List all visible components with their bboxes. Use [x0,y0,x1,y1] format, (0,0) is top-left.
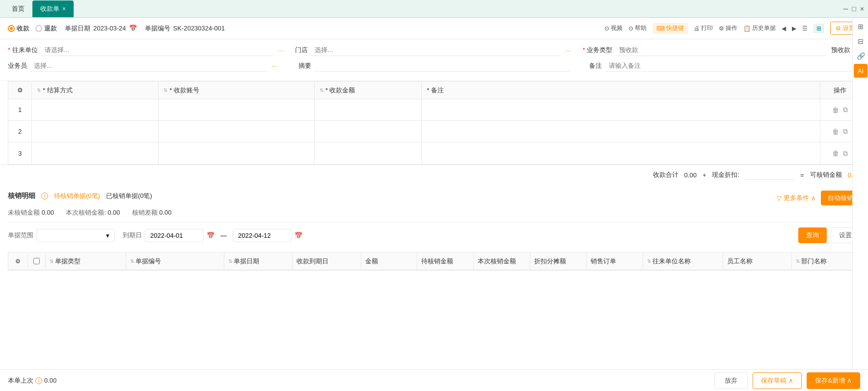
radio-shoukuan-dot [8,25,15,32]
date-calendar-icon[interactable]: 📅 [129,25,137,32]
bottom-right: 放弃 保存草稿 ∧ 保存&新增 ∧ [714,372,860,389]
lth-settings[interactable]: ⚙ [8,254,28,269]
row3-amount[interactable] [315,142,422,164]
grid-view-icon[interactable]: ⊞ [814,24,824,33]
sidebar-ai-icon[interactable]: Ai [854,64,868,78]
draft-chevron-icon: ∧ [788,377,793,384]
print-btn[interactable]: 🖨 打印 [694,24,713,32]
date-dash: — [220,232,227,239]
tab-close-icon[interactable]: × [62,5,66,12]
lower-table: ⚙ ⇅ 单据类型 ⇅ 单据编号 ⇅ 单据日期 收款到期日 [8,252,860,271]
sidebar-table-icon[interactable]: ⊞ [854,20,868,33]
table-row: 2 🗑 ⧉ [8,121,860,142]
ben-dan-info-icon[interactable]: i [35,377,42,384]
row2-delete-icon[interactable]: 🗑 [832,128,839,136]
row1-delete-icon[interactable]: 🗑 [832,106,839,114]
abandon-button[interactable]: 放弃 [714,372,748,389]
video-btn[interactable]: ⊙ 视频 [604,24,623,32]
remark-input[interactable] [605,60,860,72]
row3-account[interactable] [159,142,315,164]
row3-copy-icon[interactable]: ⧉ [843,149,848,158]
date-to-cal-icon[interactable]: 📅 [295,232,302,239]
from-unit-more-btn[interactable]: ··· [276,47,285,54]
row1-copy-icon[interactable]: ⧉ [843,106,848,114]
date-from-input[interactable] [145,229,204,242]
sidebar-list-icon[interactable]: ⊟ [854,34,868,48]
ben-dan-value: 0.00 [44,377,56,384]
tab-active[interactable]: 收款单 × [32,0,74,17]
sidebar-link-icon[interactable]: 🔗 [854,49,868,63]
row3-delete-icon[interactable]: 🗑 [832,149,839,157]
row3-remark[interactable] [422,142,820,164]
row3-settlement[interactable] [32,142,159,164]
business-type-input[interactable] [615,44,826,56]
tab-home[interactable]: 首页 [4,0,32,17]
unverified-value: 0.00 [42,209,54,216]
remark-field: 备注 [589,60,860,72]
bottom-left: 本单上次 i 0.00 [8,376,56,385]
toolbar-right: ⊙ 视频 ⊙ 帮助 ⌨ 快捷键 🖨 打印 ⚙ 操作 📋 历史单据 ◀ ▶ ☰ ⊞… [604,22,860,35]
verify-section: 核销明细 i 待核销单据(0笔) 已核销单据(0笔) ▽ 更多条件 ∧ 自动核销… [8,191,860,271]
verify-done-tab[interactable]: 已核销单据(0笔) [106,192,152,200]
verify-info-icon[interactable]: i [41,193,48,199]
row1-amount[interactable] [315,99,422,120]
verify-pending-tab[interactable]: 待核销单据(0笔) [54,192,100,200]
number-value: SK-20230324-001 [173,25,225,32]
diff-value: 0.00 [159,209,171,216]
range-select[interactable]: ▾ [36,229,115,242]
thistime-stat: 本次核销金额: 0.00 [66,208,120,217]
nav-left-icon[interactable]: ◀ [782,25,786,32]
radio-shoukuan[interactable]: 收款 [8,24,29,33]
maximize-icon[interactable]: □ [852,5,856,13]
nav-right-icon[interactable]: ▶ [792,25,796,32]
operate-btn[interactable]: ⚙ 操作 [719,24,737,32]
staff-more-btn[interactable]: ··· [270,62,279,70]
shortcut-btn[interactable]: ⌨ 快捷键 [652,23,688,34]
query-button[interactable]: 查询 [798,227,827,243]
radio-tuikuan[interactable]: 退款 [35,24,57,33]
row2-remark[interactable] [422,121,820,142]
row2-amount[interactable] [315,121,422,142]
store-input[interactable] [311,44,560,56]
remark-label: 备注 [589,61,602,70]
due-date-field: 到期日 📅 — 📅 [123,229,302,242]
row1-settlement[interactable] [32,99,159,120]
close-window-icon[interactable]: × [860,5,864,13]
total-label: 收款合计 [653,170,678,179]
minimize-icon[interactable]: ─ [843,5,848,13]
history-btn[interactable]: 📋 历史单据 [743,24,776,32]
save-chevron-icon: ∧ [847,377,852,384]
list-view-icon[interactable]: ☰ [802,25,808,32]
from-unit-input[interactable] [41,44,273,56]
summary-field: 摘要 [298,60,570,72]
lth-num: ⇅ 单据编号 [126,253,224,270]
lth-amount: 金额 [361,253,418,270]
tab-bar-right: ─ □ × [843,5,864,13]
range-chevron: ▾ [106,232,109,239]
more-conditions-btn[interactable]: ▽ 更多条件 ∧ [777,194,816,202]
row2-copy-icon[interactable]: ⧉ [843,127,848,136]
form-row-1: 往来单位 ··· 门店 ··· 业务类型 预收款 ▾ [8,44,860,56]
date-from-cal-icon[interactable]: 📅 [207,232,215,239]
lower-table-header: ⚙ ⇅ 单据类型 ⇅ 单据编号 ⇅ 单据日期 收款到期日 [8,252,860,270]
summary-input[interactable] [314,60,570,72]
select-all-checkbox[interactable] [33,258,40,264]
save-new-button[interactable]: 保存&新增 ∧ [807,372,860,389]
discount-input[interactable] [745,170,794,180]
plus-sign: + [703,171,706,179]
summary-label: 摘要 [298,61,311,70]
staff-input[interactable] [30,60,267,72]
summary-row: 收款合计 0.00 + 现金折扣: = 可核销金额 0.00 [0,165,868,185]
row1-remark[interactable] [422,99,820,120]
radio-tuikuan-label: 退款 [44,24,57,33]
row2-account[interactable] [159,121,315,142]
help-btn[interactable]: ⊙ 帮助 [628,24,647,32]
date-value: 2023-03-24 [93,25,126,32]
th-settings[interactable]: ⚙ [8,83,32,98]
row1-account[interactable] [159,99,315,120]
toolbar: 收款 退款 单据日期 2023-03-24 📅 单据编号 SK-20230324… [0,18,868,39]
save-draft-button[interactable]: 保存草稿 ∧ [753,372,802,389]
store-more-btn[interactable]: ··· [564,47,573,54]
row2-settlement[interactable] [32,121,159,142]
date-to-input[interactable] [233,229,292,242]
